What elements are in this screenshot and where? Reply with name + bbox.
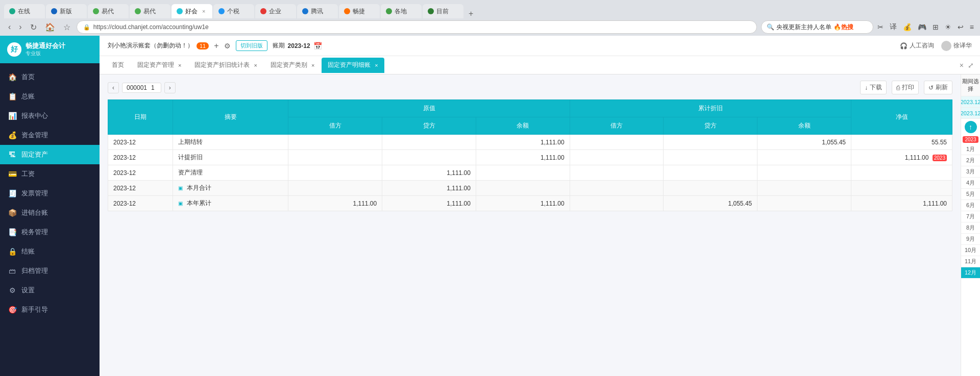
tab-depreciation-stats[interactable]: 固定资产折旧统计表 × <box>188 58 263 73</box>
month-5[interactable]: 5月 <box>961 189 980 200</box>
sidebar-item-guide[interactable]: 🎯 新手引导 <box>0 300 100 319</box>
back-button[interactable]: ‹ <box>6 21 13 33</box>
account-info: 刘小艳演示账套（勿删勿动！） 11 <box>108 41 209 50</box>
table-row-yearly: 2023-12 ▣ 本年累计 1,111.00 1,111.00 1,111.0… <box>108 196 952 211</box>
tab-home[interactable]: 首页 <box>106 58 130 73</box>
app-header: 刘小艳演示账套（勿删勿动！） 11 + ⚙ 切到旧版 账期 2023-12 📅 … <box>100 36 980 56</box>
browser-tab-haokuai[interactable]: 好会 × <box>172 4 212 18</box>
brightness-icon[interactable]: ☀ <box>945 23 951 31</box>
month-2[interactable]: 2月 <box>961 155 980 166</box>
sidebar-item-guide-label: 新手引导 <box>21 305 48 314</box>
month-7[interactable]: 7月 <box>961 211 980 222</box>
sidebar-item-funds[interactable]: 💰 资金管理 <box>0 126 100 145</box>
browser-tab-yidai2[interactable]: 易代 <box>130 4 170 18</box>
sidebar-item-funds-label: 资金管理 <box>21 131 48 140</box>
tax-icon: 📑 <box>8 228 16 236</box>
logo-sub: 专业版 <box>26 50 65 57</box>
month-1[interactable]: 1月 <box>961 144 980 155</box>
month-12[interactable]: 12月 <box>961 267 980 279</box>
col-summary: 摘要 <box>173 100 288 135</box>
prev-page-button[interactable]: ‹ <box>108 82 119 93</box>
search-box[interactable]: 🔍 央视更新主持人名单 🔥 热搜 <box>761 20 873 34</box>
sidebar-item-settings[interactable]: ⚙ 设置 <box>0 281 100 300</box>
browser-tab-online[interactable]: 在线 <box>4 4 45 18</box>
close-all-tabs-button[interactable]: × <box>960 61 964 69</box>
tab-label: 企业 <box>269 7 281 16</box>
sidebar-item-archive[interactable]: 🗃 归档管理 <box>0 261 100 281</box>
month-11[interactable]: 11月 <box>961 256 980 267</box>
close-tab-depreciation-stats-icon[interactable]: × <box>254 62 257 68</box>
period-selected-2[interactable]: 2023.12 <box>961 108 980 119</box>
browser-tab-enterprise[interactable]: 企业 <box>255 4 296 18</box>
tab-fixed-assets-category[interactable]: 固定资产类别 × <box>264 58 321 73</box>
month-8[interactable]: 8月 <box>961 222 980 234</box>
tab-fixed-assets-detail[interactable]: 固定资产明细账 × <box>322 58 384 73</box>
row-date-4: 2023-12 <box>108 196 173 211</box>
browser-tab-muqian[interactable]: 目前 <box>423 4 463 18</box>
close-tab-fixed-assets-detail-icon[interactable]: × <box>375 62 378 68</box>
sidebar-item-fixed-assets[interactable]: 🏗 固定资产 <box>0 145 100 164</box>
month-10[interactable]: 10月 <box>961 245 980 256</box>
col-date: 日期 <box>108 100 173 135</box>
undo-icon[interactable]: ↩ <box>958 23 964 31</box>
sidebar-item-ledger[interactable]: 📋 总账 <box>0 87 100 106</box>
row-orig-credit-2: 1,111.00 <box>382 165 476 181</box>
sidebar-item-home[interactable]: 🏠 首页 <box>0 67 100 87</box>
next-page-button[interactable]: › <box>164 82 176 93</box>
close-tab-fixed-assets-category-icon[interactable]: × <box>311 62 314 68</box>
browser-tab-geshui[interactable]: 个税 <box>213 4 254 18</box>
translate-icon[interactable]: 译 <box>890 22 897 32</box>
row-dep-credit-4: 1,055.45 <box>664 196 757 211</box>
add-account-button[interactable]: + <box>214 41 218 51</box>
row-summary-3: ▣ 本月合计 <box>173 181 288 196</box>
tab-favicon <box>218 8 225 14</box>
sidebar-item-inventory-label: 进销台账 <box>21 208 48 217</box>
user-info[interactable]: 徐译华 <box>941 41 972 51</box>
version-toggle-button[interactable]: 切到旧版 <box>236 40 267 51</box>
month-6[interactable]: 6月 <box>961 200 980 211</box>
month-9[interactable]: 9月 <box>961 234 980 245</box>
account-settings-button[interactable]: ⚙ <box>224 42 231 50</box>
month-3[interactable]: 3月 <box>961 166 980 178</box>
url-box[interactable]: 🔒 https://cloud.chanjet.com/accounting/u… <box>77 20 757 34</box>
sidebar-item-inventory[interactable]: 📦 进销台账 <box>0 203 100 222</box>
new-tab-button[interactable]: + <box>464 9 477 18</box>
menu-icon[interactable]: ≡ <box>970 23 974 31</box>
ssl-icon: 🔒 <box>83 24 90 31</box>
month-4[interactable]: 4月 <box>961 178 980 189</box>
print-button[interactable]: ⎙ 打印 <box>892 81 919 94</box>
sidebar-item-tax[interactable]: 📑 税务管理 <box>0 222 100 242</box>
close-tab-fixed-assets-mgmt-icon[interactable]: × <box>178 62 181 68</box>
browser-tab-tencent[interactable]: 腾讯 <box>297 4 338 18</box>
close-tab-icon[interactable]: × <box>202 8 205 14</box>
bookmark-button[interactable]: ☆ <box>61 21 72 33</box>
forward-button[interactable]: › <box>17 21 23 33</box>
sidebar-item-payroll[interactable]: 💳 工资 <box>0 164 100 184</box>
sidebar-item-reports[interactable]: 📊 报表中心 <box>0 106 100 126</box>
row-net-value-0: 55.55 <box>851 135 952 150</box>
sidebar-item-fixed-assets-label: 固定资产 <box>21 150 48 159</box>
browser-tab-changjie[interactable]: 畅捷 <box>339 4 380 18</box>
consultant-button[interactable]: 🎧 人工咨询 <box>900 41 934 50</box>
game-icon[interactable]: 🎮 <box>918 23 926 31</box>
refresh-button[interactable]: ↺ 刷新 <box>924 81 952 94</box>
download-button[interactable]: ↓ 下载 <box>860 81 887 94</box>
sidebar-item-invoice[interactable]: 🧾 发票管理 <box>0 184 100 203</box>
period-selected-1[interactable]: 2023.12 <box>961 96 980 108</box>
sidebar-item-closing[interactable]: 🔒 结账 <box>0 242 100 261</box>
wallet-icon[interactable]: 💰 <box>903 23 912 31</box>
grid-icon[interactable]: ⊞ <box>933 23 939 31</box>
refresh-button[interactable]: ↻ <box>28 21 39 33</box>
year-2023-badge[interactable]: 2023 <box>963 136 978 143</box>
browser-tab-new[interactable]: 新版 <box>46 4 87 18</box>
calendar-icon[interactable]: 📅 <box>313 42 322 50</box>
tab-fixed-assets-mgmt[interactable]: 固定资产管理 × <box>131 58 187 73</box>
browser-tab-gedi[interactable]: 各地 <box>381 4 422 18</box>
back-to-top-button[interactable]: ↑ <box>965 121 977 133</box>
home-button[interactable]: 🏠 <box>43 21 57 33</box>
scissors-icon[interactable]: ✂ <box>877 23 884 31</box>
tab-favicon <box>177 8 183 14</box>
browser-tab-yidai1[interactable]: 易代 <box>88 4 129 18</box>
download-icon: ↓ <box>865 84 868 91</box>
expand-tab-button[interactable]: ⤢ <box>968 61 974 69</box>
